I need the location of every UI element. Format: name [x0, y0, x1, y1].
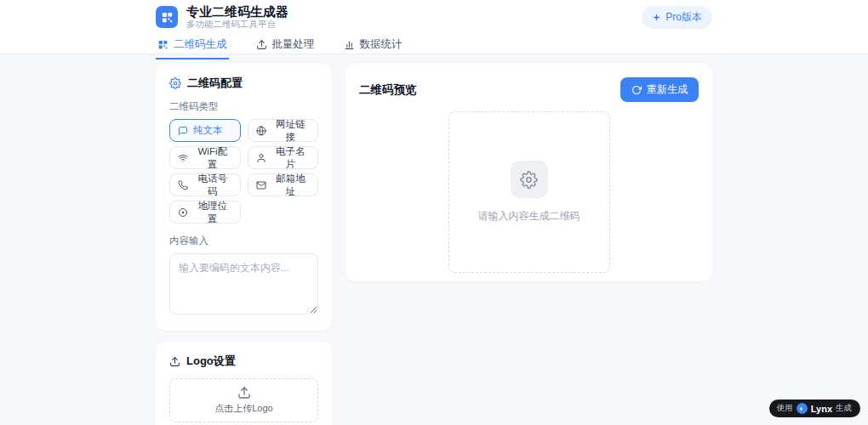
- regenerate-button[interactable]: 重新生成: [620, 77, 699, 102]
- upload-icon: [256, 39, 267, 50]
- mail-icon: [256, 180, 266, 190]
- logo-upload-dropzone[interactable]: 点击上传Logo: [169, 378, 318, 422]
- preview-placeholder-text: 请输入内容生成二维码: [478, 209, 580, 224]
- upload-icon: [237, 386, 251, 400]
- pro-version-button[interactable]: Pro版本: [642, 6, 712, 29]
- tab-qr-generate[interactable]: 二维码生成: [156, 34, 229, 60]
- type-button-phone[interactable]: 电话号码: [169, 173, 241, 196]
- logo-panel-title: Logo设置: [186, 354, 236, 369]
- refresh-icon: [631, 85, 642, 95]
- type-button-wifi[interactable]: WiFi配置: [169, 146, 241, 169]
- globe-icon: [256, 126, 266, 136]
- preview-panel-title: 二维码预览: [359, 82, 417, 98]
- tab-statistics[interactable]: 数据统计: [342, 34, 404, 60]
- gear-icon: [520, 171, 538, 189]
- config-column: 二维码配置 二维码类型 纯文本: [156, 64, 332, 425]
- app-header: 专业二维码生成器 多功能二维码工具平台 Pro版本: [0, 0, 868, 54]
- qr-preview-placeholder: 请输入内容生成二维码: [448, 111, 610, 273]
- bar-chart-icon: [344, 39, 355, 50]
- page-subtitle: 多功能二维码工具平台: [186, 19, 288, 30]
- type-button-email[interactable]: 邮箱地址: [248, 173, 319, 196]
- badge-suffix: 生成: [836, 403, 852, 414]
- page-title: 专业二维码生成器: [186, 4, 288, 19]
- type-button-location[interactable]: 地理位置: [169, 201, 241, 224]
- wifi-icon: [178, 153, 188, 163]
- qr-preview-panel: 二维码预览 重新生成: [345, 64, 712, 281]
- upload-hint-text: 点击上传Logo: [214, 402, 272, 415]
- app-logo: [156, 6, 178, 28]
- location-icon: [178, 207, 188, 218]
- qr-type-grid: 纯文本 网址链接: [169, 119, 318, 224]
- lynx-icon: [797, 403, 808, 414]
- qr-config-panel: 二维码配置 二维码类型 纯文本: [156, 64, 332, 331]
- phone-icon: [178, 180, 188, 190]
- badge-brand: Lynx: [811, 404, 832, 414]
- badge-prefix: 使用: [777, 403, 793, 414]
- user-icon: [256, 153, 266, 163]
- content-input[interactable]: [169, 253, 318, 314]
- type-button-url[interactable]: 网址链接: [248, 119, 319, 142]
- content-input-label: 内容输入: [169, 235, 318, 247]
- gear-tile: [511, 161, 548, 198]
- sparkle-icon: [652, 13, 661, 22]
- logo-settings-panel: Logo设置 点击上传Logo: [156, 342, 332, 425]
- gear-icon: [169, 77, 181, 89]
- config-panel-title: 二维码配置: [187, 76, 243, 91]
- qr-icon: [157, 39, 168, 50]
- qr-type-label: 二维码类型: [169, 100, 318, 113]
- tab-batch-process[interactable]: 批量处理: [254, 34, 317, 60]
- message-icon: [178, 126, 188, 136]
- type-button-plain-text[interactable]: 纯文本: [169, 119, 241, 142]
- upload-icon: [169, 356, 180, 367]
- type-button-vcard[interactable]: 电子名片: [248, 146, 319, 169]
- lynx-attribution-badge[interactable]: 使用 Lynx 生成: [769, 400, 860, 417]
- qr-code-icon: [161, 11, 174, 24]
